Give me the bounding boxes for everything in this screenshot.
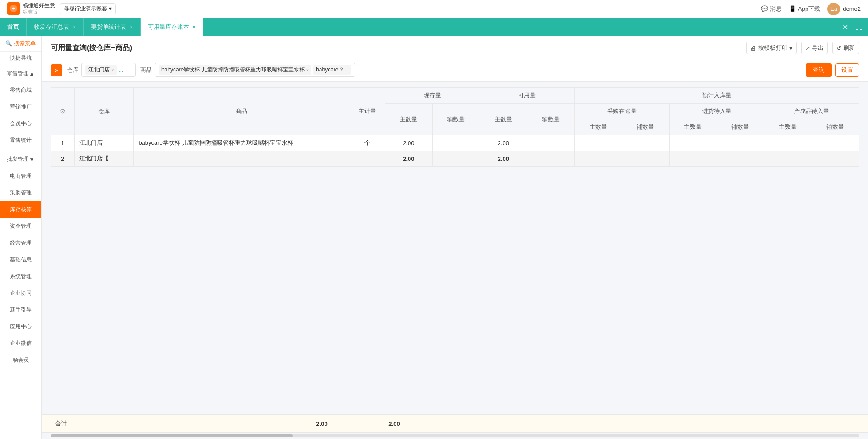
industry-selector[interactable]: 母婴行业演示账套 ▾	[60, 3, 116, 14]
sidebar-item-basic[interactable]: 基础信息	[0, 251, 41, 268]
top-bar-left: 畅捷通好生意 标准版 母婴行业演示账套 ▾	[7, 2, 116, 15]
top-bar-right: 💬 消息 📱 App下载 Ea demo2	[761, 3, 861, 15]
filter-toggle-button[interactable]: »	[51, 64, 62, 76]
export-button[interactable]: ↗ 导出	[801, 42, 828, 54]
user-area[interactable]: Ea demo2	[827, 3, 861, 15]
product-filter-group: 商品 babycare学饮杯 儿童防摔防撞吸管杯重力球吸嘴杯宝宝水杯 × bab…	[140, 63, 355, 77]
print-icon: 🖨	[750, 45, 756, 52]
refresh-button[interactable]: ↺ 刷新	[832, 42, 859, 54]
message-button[interactable]: 💬 消息	[761, 5, 782, 13]
sidebar-item-wholesale[interactable]: 批发管理 ▼	[0, 151, 41, 168]
sidebar-item-enterprise[interactable]: 企业协同	[0, 285, 41, 302]
warehouse-filter-label: 仓库	[67, 66, 79, 74]
cell-avail-main-2: 2.00	[480, 151, 527, 167]
cell-stock-aux-1	[432, 135, 480, 151]
settings-icon[interactable]: ⚙	[60, 108, 66, 115]
sidebar-item-retail-stats[interactable]: 零售统计	[0, 132, 41, 149]
cell-avail-aux-2	[527, 151, 575, 167]
cell-stock-aux-2	[432, 151, 480, 167]
chevron-icon-2: ▼	[29, 156, 35, 163]
tab-receive[interactable]: 收发存汇总表 ×	[27, 18, 84, 36]
logo-text-block: 畅捷通好生意 标准版	[23, 2, 55, 15]
app-download-label: App下载	[798, 5, 820, 13]
product-tag-remove-1[interactable]: ×	[306, 67, 309, 73]
th-stock-group: 现存量	[385, 88, 480, 104]
sidebar-item-vip[interactable]: 畅会员	[0, 352, 41, 368]
th-purchase-aux: 辅数量	[622, 119, 669, 135]
product-filter-input[interactable]: babycare学饮杯 儿童防摔防撞吸管杯重力球吸嘴杯宝宝水杯 × babyca…	[155, 63, 355, 77]
th-produce-group: 产成品待入量	[764, 104, 859, 119]
cell-pur-aux-2	[622, 151, 669, 167]
sidebar-item-wecom[interactable]: 企业微信	[0, 335, 41, 352]
horizontal-scrollbar[interactable]	[51, 434, 859, 437]
header-actions: 🖨 按模板打印 ▾ ↗ 导出 ↺ 刷新	[746, 42, 859, 54]
cell-pro-aux-1	[811, 135, 859, 151]
print-button[interactable]: 🖨 按模板打印 ▾	[746, 42, 797, 54]
th-purchase-group: 采购在途量	[575, 104, 670, 119]
setting-button[interactable]: 设置	[835, 63, 859, 77]
close-all-icon[interactable]: ✕	[840, 21, 850, 33]
tab-order-close[interactable]: ×	[130, 24, 133, 30]
th-stock-main: 主数量	[385, 104, 432, 135]
cell-inb-aux-1	[717, 135, 764, 151]
page-title: 可用量查询(按仓库+商品)	[51, 43, 132, 53]
th-inbound-aux: 辅数量	[717, 119, 764, 135]
th-available-aux: 辅数量	[527, 104, 575, 135]
warehouse-filter-input[interactable]: 江北门店 × ...	[81, 63, 136, 77]
tab-order[interactable]: 要货单统计表 ×	[84, 18, 141, 36]
search-icon: 🔍	[5, 40, 12, 47]
cell-pur-main-2	[575, 151, 622, 167]
nav-tabs: 首页 收发存汇总表 × 要货单统计表 × 可用量库存账本 × ✕ ⛶	[0, 18, 868, 36]
th-stock-aux: 辅数量	[432, 104, 480, 135]
sidebar-item-inventory[interactable]: 库存核算	[0, 201, 41, 218]
sidebar-item-newbie[interactable]: 新手引导	[0, 302, 41, 318]
cell-pur-main-1	[575, 135, 622, 151]
scroll-bar-area	[42, 433, 868, 439]
cell-unit-2	[349, 151, 385, 167]
sidebar-item-retail[interactable]: 零售管理 ▲	[0, 65, 41, 82]
chevron-down-icon-2: ▾	[789, 45, 793, 52]
top-bar: 畅捷通好生意 标准版 母婴行业演示账套 ▾ 💬 消息 📱 App下载 Ea de…	[0, 0, 868, 18]
summary-available-main: 2.00	[376, 420, 412, 427]
sidebar-quick-nav[interactable]: 快捷导航	[0, 52, 41, 65]
cell-product-1: babycare学饮杯 儿童防摔防撞吸管杯重力球吸嘴杯宝宝水杯	[134, 135, 349, 151]
filter-actions: 查询 设置	[806, 63, 859, 77]
sidebar-item-ecommerce[interactable]: 电商管理	[0, 168, 41, 184]
refresh-icon: ↺	[836, 45, 841, 52]
sidebar-item-marketing[interactable]: 营销推广	[0, 99, 41, 115]
summary-stock-main: 2.00	[304, 420, 340, 427]
industry-label: 母婴行业演示账套	[64, 5, 107, 13]
tab-available-label: 可用量库存账本	[148, 23, 189, 31]
summary-bar: 合计 2.00 2.00	[42, 414, 868, 433]
cell-avail-main-1: 2.00	[480, 135, 527, 151]
sidebar-item-purchase[interactable]: 采购管理	[0, 184, 41, 201]
th-inbound-group: 进货待入量	[669, 104, 764, 119]
sidebar-item-operations[interactable]: 经营管理	[0, 235, 41, 251]
user-name: demo2	[843, 5, 861, 12]
tab-receive-close[interactable]: ×	[73, 24, 76, 30]
expand-icon[interactable]: ⛶	[854, 21, 864, 33]
tab-order-label: 要货单统计表	[91, 23, 126, 31]
page-header: 可用量查询(按仓库+商品) 🖨 按模板打印 ▾ ↗ 导出 ↺ 刷新	[42, 36, 868, 58]
sidebar-item-member[interactable]: 会员中心	[0, 115, 41, 132]
logo-text: 畅捷通好生意	[23, 2, 55, 9]
tab-available[interactable]: 可用量库存账本 ×	[141, 18, 203, 36]
download-icon: 📱	[789, 5, 796, 12]
message-label: 消息	[770, 5, 782, 13]
product-filter-label: 商品	[140, 66, 152, 74]
cell-stock-main-2: 2.00	[385, 151, 432, 167]
app-download-button[interactable]: 📱 App下载	[789, 5, 820, 13]
cell-inb-main-2	[669, 151, 717, 167]
sidebar-item-system[interactable]: 系统管理	[0, 268, 41, 285]
tab-available-close[interactable]: ×	[193, 24, 196, 30]
tab-home[interactable]: 首页	[0, 18, 27, 36]
sidebar-search[interactable]: 🔍 搜索菜单	[0, 36, 41, 52]
query-button[interactable]: 查询	[806, 63, 832, 77]
warehouse-tag-remove[interactable]: ×	[111, 67, 114, 73]
sidebar-item-retail-shop[interactable]: 零售商城	[0, 82, 41, 99]
warehouse-filter-tag: 江北门店 ×	[85, 65, 117, 75]
warehouse-filter-more[interactable]: ...	[118, 67, 123, 73]
main-layout: 🔍 搜索菜单 快捷导航 零售管理 ▲ 零售商城 营销推广 会员中心 零售统计 批…	[0, 36, 868, 439]
sidebar-item-finance[interactable]: 资金管理	[0, 218, 41, 235]
sidebar-item-apps[interactable]: 应用中心	[0, 318, 41, 335]
